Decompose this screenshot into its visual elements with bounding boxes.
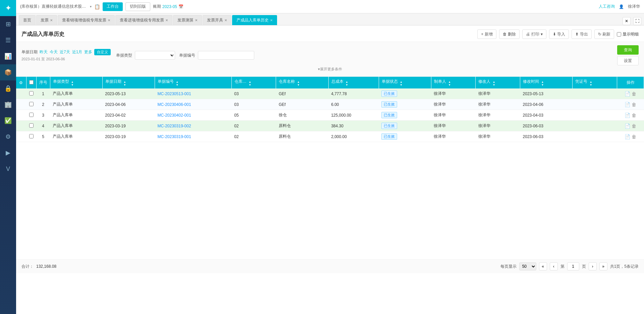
tab-open[interactable]: 发票开具 ✕ bbox=[203, 15, 231, 25]
col-warehouse-name[interactable]: 仓库名称 ▲▼ bbox=[276, 77, 328, 88]
page-size-select[interactable]: 50 20 100 bbox=[519, 262, 536, 270]
tab-invoice-close[interactable]: ✕ bbox=[50, 18, 53, 22]
filter-row-main: 单据日期 昨天 今天 近7天 近1月 更多 自定义 2023-01-01 至 2… bbox=[21, 45, 639, 65]
print-button[interactable]: 🖨 打印 ▾ bbox=[522, 29, 546, 39]
tab-product-instock[interactable]: 产成品入库单历史 ✕ bbox=[232, 15, 277, 25]
col-type[interactable]: 单据类型 ▲▼ bbox=[50, 77, 102, 88]
sidebar-item-org[interactable]: 🏢 bbox=[0, 97, 16, 113]
row-number-link-0[interactable]: MC-20230513-001 bbox=[158, 91, 191, 96]
workbench-button[interactable]: 工作台 bbox=[103, 2, 123, 11]
sidebar-item-home[interactable]: ⊞ bbox=[0, 16, 16, 32]
page-input[interactable] bbox=[567, 262, 579, 270]
expand-more-row[interactable]: ▾ 展开更多条件 bbox=[21, 65, 639, 73]
total-info: 共1页，5条记录 bbox=[610, 264, 639, 269]
sidebar-item-doc[interactable]: ☰ bbox=[0, 32, 16, 48]
row-select-4[interactable] bbox=[29, 134, 34, 138]
tab-purchase-vat-close[interactable]: ✕ bbox=[165, 18, 168, 22]
col-warehouse-no[interactable]: 仓库… ▲▼ bbox=[231, 77, 276, 88]
row-view-icon-2[interactable]: 📄 bbox=[625, 113, 630, 118]
tab-sales-vat[interactable]: 查看销项增值税专用发票 ✕ bbox=[58, 15, 115, 25]
row-modify-time-0: 2023-05-13 bbox=[520, 88, 573, 99]
col-modifier[interactable]: 修改人 ▲▼ bbox=[476, 77, 520, 88]
col-creator[interactable]: 制单人 ▲▼ bbox=[431, 77, 476, 88]
show-detail-label[interactable]: 显示明细 bbox=[617, 32, 639, 37]
sidebar-item-workflow[interactable]: ⚙ bbox=[0, 129, 16, 145]
row-delete-icon-1[interactable]: 🗑 bbox=[632, 102, 636, 107]
filter-custom-tag[interactable]: 自定义 bbox=[94, 49, 111, 55]
new-button[interactable]: + 新增 bbox=[477, 29, 496, 39]
filter-type-select[interactable] bbox=[135, 51, 175, 60]
refresh-button[interactable]: ↻ 刷新 bbox=[594, 29, 614, 39]
switch-version-button[interactable]: 切到旧版 bbox=[125, 2, 150, 11]
row-view-icon-3[interactable]: 📄 bbox=[625, 123, 630, 129]
row-select-0[interactable] bbox=[29, 91, 34, 96]
filter-more[interactable]: 更多 bbox=[84, 49, 92, 55]
filter-area: 单据日期 昨天 今天 近7天 近1月 更多 自定义 2023-01-01 至 2… bbox=[16, 42, 644, 77]
delete-button[interactable]: 🗑 删除 bbox=[499, 29, 520, 39]
row-checkbox-2 bbox=[26, 110, 36, 121]
row-delete-icon-2[interactable]: 🗑 bbox=[632, 113, 636, 118]
filter-yesterday[interactable]: 昨天 bbox=[40, 49, 48, 55]
import-button[interactable]: ⬇ 导入 bbox=[549, 29, 569, 39]
row-delete-icon-0[interactable]: 🗑 bbox=[632, 91, 636, 97]
select-all-checkbox[interactable] bbox=[29, 80, 34, 84]
col-total-cost[interactable]: 总成本 ▲▼ bbox=[328, 77, 379, 88]
row-modify-time-2: 2023-04-03 bbox=[520, 110, 573, 121]
restore-window-button[interactable]: ⛶ bbox=[633, 17, 641, 25]
next-page-button[interactable]: › bbox=[589, 262, 597, 270]
tab-home[interactable]: 首页 bbox=[19, 15, 36, 25]
row-number-link-1[interactable]: MC-20230406-001 bbox=[158, 102, 191, 107]
tab-purchase-vat[interactable]: 查看进项增值税专用发票 ✕ bbox=[115, 15, 172, 25]
filter-number-input[interactable] bbox=[198, 51, 254, 60]
export-button[interactable]: ⬆ 导出 bbox=[572, 29, 591, 39]
row-delete-icon-4[interactable]: 🗑 bbox=[632, 134, 636, 139]
row-select-1[interactable] bbox=[29, 102, 34, 106]
tab-calc[interactable]: 发票测算 ✕ bbox=[173, 15, 202, 25]
col-modify-time[interactable]: 修改时间 ▲▼ bbox=[520, 77, 573, 88]
col-number[interactable]: 单据编号 ▲▼ bbox=[155, 77, 232, 88]
row-settings-4 bbox=[16, 131, 26, 142]
support-link[interactable]: 人工咨询 bbox=[599, 4, 615, 9]
table-row: 3 产品入库单 2023-04-02 MC-20230402-001 05 徐仓… bbox=[16, 110, 644, 121]
row-number-3: MC-20230319-002 bbox=[155, 121, 232, 131]
sidebar-item-version[interactable]: V bbox=[0, 161, 16, 177]
col-date[interactable]: 单据日期 ▲▼ bbox=[102, 77, 155, 88]
filter-last7[interactable]: 近7天 bbox=[60, 49, 70, 55]
row-delete-icon-3[interactable]: 🗑 bbox=[632, 123, 636, 129]
row-number-2: MC-20230402-001 bbox=[155, 110, 232, 121]
empty-space bbox=[16, 142, 644, 259]
tab-sales-vat-close[interactable]: ✕ bbox=[108, 18, 110, 22]
show-detail-checkbox[interactable] bbox=[617, 32, 621, 37]
close-all-tabs-button[interactable]: ✕ bbox=[623, 17, 631, 25]
row-select-3[interactable] bbox=[29, 123, 34, 128]
tab-open-close[interactable]: ✕ bbox=[224, 18, 227, 22]
prev-page-button[interactable]: ‹ bbox=[550, 262, 558, 270]
row-number-link-4[interactable]: MC-20230319-001 bbox=[158, 134, 191, 139]
row-number-link-3[interactable]: MC-20230319-002 bbox=[158, 124, 191, 128]
sidebar-item-play[interactable]: ▶ bbox=[0, 145, 16, 161]
row-number-link-2[interactable]: MC-20230402-001 bbox=[158, 113, 191, 118]
table-header-row: ⚙ 序号 单据类型 ▲▼ 单据日期 ▲▼ 单据编号 ▲▼ 仓库… ▲▼ 仓库名称… bbox=[16, 77, 644, 88]
tab-invoice[interactable]: 发票 ✕ bbox=[36, 15, 57, 25]
last-page-button[interactable]: » bbox=[599, 262, 607, 270]
sidebar-item-inventory[interactable]: 📦 bbox=[0, 64, 16, 80]
setting-button[interactable]: 设置 bbox=[617, 56, 639, 65]
sidebar-item-checklist[interactable]: ✅ bbox=[0, 113, 16, 129]
filter-last1m[interactable]: 近1月 bbox=[72, 49, 83, 55]
col-settings[interactable]: ⚙ bbox=[16, 77, 26, 88]
filter-today[interactable]: 今天 bbox=[50, 49, 58, 55]
tab-product-instock-close[interactable]: ✕ bbox=[270, 18, 273, 22]
user-label[interactable]: 徐泽华 bbox=[628, 4, 640, 9]
sidebar-item-lock[interactable]: 🔒 bbox=[0, 80, 16, 97]
row-type-2: 产品入库单 bbox=[50, 110, 102, 121]
tab-calc-close[interactable]: ✕ bbox=[195, 18, 198, 22]
query-button[interactable]: 查询 bbox=[617, 45, 639, 55]
row-view-icon-1[interactable]: 📄 bbox=[625, 102, 630, 107]
col-voucher[interactable]: 凭证号 ▲▼ bbox=[573, 77, 617, 88]
first-page-button[interactable]: « bbox=[539, 262, 547, 270]
sidebar-item-chart[interactable]: 📊 bbox=[0, 48, 16, 64]
col-status[interactable]: 单据状态 ▲▼ bbox=[379, 77, 431, 88]
row-view-icon-0[interactable]: 📄 bbox=[625, 91, 630, 97]
row-select-2[interactable] bbox=[29, 113, 34, 117]
row-view-icon-4[interactable]: 📄 bbox=[625, 134, 630, 139]
